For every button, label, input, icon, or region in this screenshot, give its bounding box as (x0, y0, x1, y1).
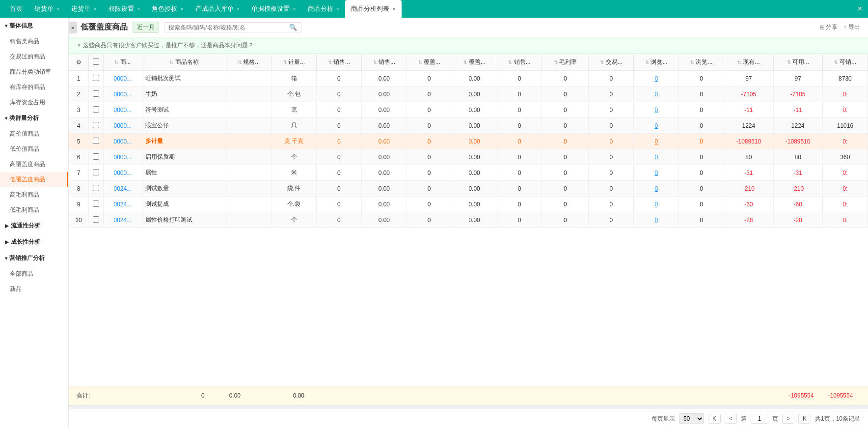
cell-saleable: 0: (822, 212, 868, 228)
cell-browse1[interactable]: 0 (634, 71, 679, 86)
horizontal-scrollbar[interactable] (69, 405, 868, 409)
cell-code: 0000... (104, 134, 142, 149)
cell-name: 旺铺批次测试 (142, 71, 226, 86)
cell-browse1[interactable]: 0 (634, 134, 679, 149)
th-checkbox[interactable] (89, 54, 104, 71)
cell-name: 测试提成 (142, 197, 226, 212)
cell-checkbox[interactable] (89, 149, 104, 165)
row-checkbox[interactable] (93, 138, 99, 144)
row-checkbox[interactable] (93, 106, 99, 113)
sidebar-item-high-coverage[interactable]: 高覆盖度商品 (0, 157, 68, 172)
sidebar-item-in-stock[interactable]: 有库存的商品 (0, 80, 68, 95)
nav-product-analysis-list[interactable]: 商品分析列表 × (345, 0, 401, 18)
select-all-checkbox[interactable] (93, 58, 99, 65)
cell-browse1[interactable]: 0 (634, 212, 679, 228)
sidebar-item-low-coverage[interactable]: 低覆盖度商品 (0, 172, 68, 187)
last-page-btn[interactable]: K (798, 414, 811, 424)
share-button[interactable]: ⎘ 分享 (820, 23, 838, 31)
cell-code: 0024... (104, 181, 142, 197)
sidebar-item-traded-products[interactable]: 交易过的商品 (0, 49, 68, 64)
cell-sales1: 0 (316, 197, 361, 212)
cell-name: 眼宝公仔 (142, 118, 226, 134)
sidebar-section-cluster[interactable]: ▾ 类群量分析 (0, 110, 68, 126)
nav-template-settings[interactable]: 单据模板设置 × (245, 0, 301, 18)
row-checkbox[interactable] (93, 200, 99, 207)
th-code: ⇅ 商... (104, 54, 142, 71)
settings-icon[interactable]: ⚙ (76, 59, 81, 66)
cell-checkbox[interactable] (89, 165, 104, 181)
cell-checkbox[interactable] (89, 181, 104, 197)
export-button[interactable]: ↑ 导出 (843, 23, 860, 31)
nav-sales-order[interactable]: 销货单 × (28, 0, 65, 18)
cell-browse1[interactable]: 0 (634, 118, 679, 134)
row-checkbox[interactable] (93, 75, 99, 81)
cell-checkbox[interactable] (89, 134, 104, 149)
nav-close-product-analysis-list[interactable]: × (392, 0, 395, 18)
page-size-select[interactable]: 50 100 200 (679, 413, 704, 424)
next-page-btn[interactable]: > (782, 414, 794, 424)
sidebar-section-growth[interactable]: ▶ 成长性分析 (0, 234, 68, 250)
sidebar-section-flow[interactable]: ▶ 流通性分析 (0, 218, 68, 234)
sidebar-item-low-margin[interactable]: 低毛利商品 (0, 202, 68, 218)
cell-browse1[interactable]: 0 (634, 165, 679, 181)
date-filter-button[interactable]: 近一月 (133, 22, 159, 33)
sidebar-item-all-products[interactable]: 全部商品 (0, 266, 68, 282)
cell-checkbox[interactable] (89, 86, 104, 102)
page-number-input[interactable] (751, 414, 768, 424)
nav-roles[interactable]: 角色授权 × (146, 0, 189, 18)
th-settings[interactable]: ⚙ (69, 54, 89, 71)
cell-checkbox[interactable] (89, 212, 104, 228)
sidebar-section-marketing[interactable]: ▾ 营销推广分析 (0, 250, 68, 266)
nav-permissions[interactable]: 权限设置 × (103, 0, 146, 18)
nav-home[interactable]: 首页 (4, 0, 28, 18)
prev-page-btn[interactable]: < (725, 414, 737, 424)
row-checkbox[interactable] (93, 185, 99, 191)
sidebar-item-high-margin[interactable]: 高毛利商品 (0, 187, 68, 202)
nav-close-purchase-order[interactable]: × (93, 0, 96, 18)
nav-close-permissions[interactable]: × (137, 0, 140, 18)
row-checkbox[interactable] (93, 90, 99, 97)
cell-unit: 克 (271, 102, 317, 118)
nav-product-analysis[interactable]: 商品分析 × (302, 0, 345, 18)
cell-browse1[interactable]: 0 (634, 86, 679, 102)
nav-close-product-analysis[interactable]: × (336, 0, 339, 18)
nav-product-instock[interactable]: 产成品入库单 × (190, 0, 245, 18)
cell-browse1[interactable]: 0 (634, 181, 679, 197)
cell-saleable: 0: (822, 165, 868, 181)
cell-checkbox[interactable] (89, 118, 104, 134)
row-checkbox[interactable] (93, 122, 99, 128)
sidebar-item-category-rate[interactable]: 商品分类动销率 (0, 64, 68, 80)
row-checkbox[interactable] (93, 216, 99, 223)
nav-close-sales-order[interactable]: × (56, 0, 59, 18)
sidebar-item-capital[interactable]: 库存资金占用 (0, 95, 68, 110)
first-page-btn[interactable]: K (708, 414, 721, 424)
search-icon[interactable]: 🔍 (289, 24, 297, 31)
cell-no: 6 (69, 149, 89, 165)
cell-browse1[interactable]: 0 (634, 197, 679, 212)
search-input[interactable] (168, 24, 289, 31)
cell-checkbox[interactable] (89, 71, 104, 86)
sidebar-item-sales-products[interactable]: 销售类商品 (0, 34, 68, 49)
share-label: 分享 (826, 23, 838, 31)
row-checkbox[interactable] (93, 153, 99, 160)
cell-unit: 箱 (271, 71, 317, 86)
cell-checkbox[interactable] (89, 102, 104, 118)
cell-browse1[interactable]: 0 (634, 149, 679, 165)
cell-browse1[interactable]: 0 (634, 102, 679, 118)
sidebar-section-overall[interactable]: ▾ 整体信息 (0, 18, 68, 34)
nav-close-template-settings[interactable]: × (293, 0, 296, 18)
row-checkbox[interactable] (93, 169, 99, 175)
nav-close-roles[interactable]: × (180, 0, 183, 18)
cell-code: 0024... (104, 197, 142, 212)
cell-current: -1089510 (724, 134, 773, 149)
sidebar-item-low-value[interactable]: 低价值商品 (0, 142, 68, 157)
cell-spec (226, 71, 271, 86)
sidebar-item-new-products[interactable]: 新品 (0, 282, 68, 297)
close-all-tabs[interactable]: × (858, 4, 862, 13)
cell-cover1: 0 (407, 165, 452, 181)
nav-purchase-order[interactable]: 进货单 × (65, 0, 102, 18)
nav-close-product-instock[interactable]: × (237, 0, 240, 18)
cell-checkbox[interactable] (89, 197, 104, 212)
sidebar-item-high-value[interactable]: 高价值商品 (0, 126, 68, 142)
collapse-sidebar-btn[interactable]: « (69, 22, 77, 33)
